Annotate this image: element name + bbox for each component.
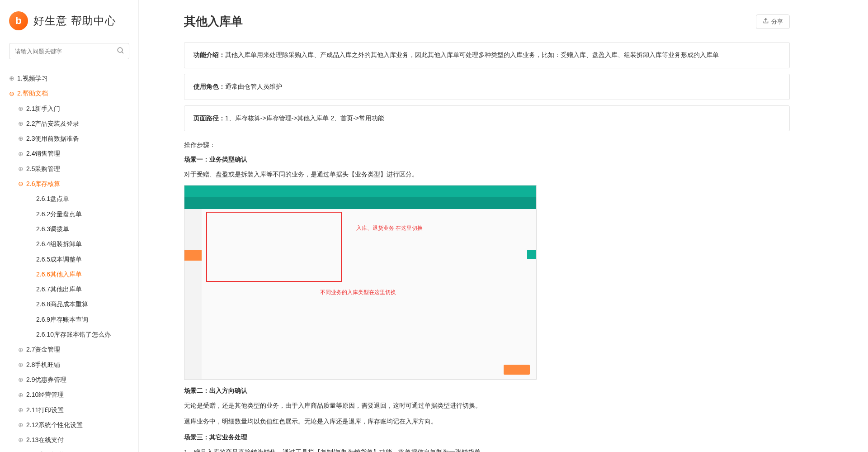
page-title: 其他入库单: [184, 14, 243, 29]
plus-icon: ⊕: [18, 418, 26, 432]
screenshot-annotation-2: 不同业务的入库类型在这里切换: [320, 289, 396, 296]
plus-icon: ⊕: [18, 357, 26, 372]
plus-icon: ⊕: [18, 343, 26, 357]
nav-item-2-7[interactable]: ⊕2.7资金管理: [9, 342, 129, 357]
nav-item-2-6[interactable]: ⊖2.6库存核算: [9, 176, 129, 191]
nav-item-docs[interactable]: ⊖2.帮助文档: [9, 86, 129, 100]
role-label: 使用角色：: [193, 83, 225, 90]
nav-item-2-6-4[interactable]: 2.6.4组装拆卸单: [9, 236, 129, 251]
nav-item-2-11[interactable]: ⊕2.11打印设置: [9, 402, 129, 417]
nav-item-2-12[interactable]: ⊕2.12系统个性化设置: [9, 417, 129, 432]
intro-box: 功能介绍：其他入库单用来处理除采购入库、产成品入库之外的其他入库业务，因此其他入…: [184, 42, 790, 68]
main-content: 其他入库单 分享 功能介绍：其他入库单用来处理除采购入库、产成品入库之外的其他入…: [139, 0, 817, 452]
plus-icon: ⊕: [18, 162, 26, 176]
plus-icon: ⊕: [18, 101, 26, 116]
nav-item-2-6-5[interactable]: 2.6.5成本调整单: [9, 252, 129, 266]
nav-item-2-6-1[interactable]: 2.6.1盘点单: [9, 191, 129, 206]
plus-icon: ⊕: [18, 388, 26, 402]
share-label: 分享: [771, 18, 783, 26]
nav-tree: ⊕1.视频学习 ⊖2.帮助文档 ⊕2.1新手入门 ⊕2.2产品安装及登录 ⊕2.…: [9, 71, 129, 452]
nav-item-2-6-2[interactable]: 2.6.2分量盘点单: [9, 206, 129, 221]
scene2-text1: 无论是受赠，还是其他类型的业务，由于入库商品质量等原因，需要退回，这时可通过单据…: [184, 400, 790, 412]
svg-line-1: [122, 52, 123, 53]
nav-item-2-2[interactable]: ⊕2.2产品安装及登录: [9, 116, 129, 131]
nav-item-2-4[interactable]: ⊕2.4销售管理: [9, 146, 129, 161]
nav-item-2-10[interactable]: ⊕2.10经营管理: [9, 387, 129, 402]
plus-icon: ⊕: [18, 131, 26, 146]
nav-item-2-13[interactable]: ⊕2.13在线支付: [9, 432, 129, 447]
role-box: 使用角色：通常由仓管人员维护: [184, 74, 790, 100]
nav-item-2-9[interactable]: ⊕2.9优惠券管理: [9, 372, 129, 387]
screenshot-image: 入库、退货业务 在这里切换 不同业务的入库类型在这里切换: [184, 185, 537, 380]
nav-item-2-14[interactable]: ⊕2.14常见问题: [9, 447, 129, 452]
nav-item-2-6-6[interactable]: 2.6.6其他入库单: [9, 266, 129, 281]
nav-item-2-1[interactable]: ⊕2.1新手入门: [9, 101, 129, 116]
plus-icon: ⊕: [18, 448, 26, 452]
nav-item-video[interactable]: ⊕1.视频学习: [9, 71, 129, 86]
brand-logo: b 好生意 帮助中心: [9, 11, 129, 30]
nav-item-2-6-3[interactable]: 2.6.3调拨单: [9, 221, 129, 236]
nav-item-2-8[interactable]: ⊕2.8手机旺铺: [9, 357, 129, 372]
minus-icon: ⊖: [9, 86, 17, 101]
plus-icon: ⊕: [18, 433, 26, 447]
search-box: [9, 43, 129, 59]
nav-item-2-6-9[interactable]: 2.6.9库存账本查询: [9, 312, 129, 327]
steps-label: 操作步骤：: [184, 141, 790, 149]
search-icon[interactable]: [117, 47, 125, 56]
path-text: 1、库存核算->库存管理->其他入库单 2、首页->常用功能: [225, 114, 384, 122]
minus-icon: ⊖: [18, 176, 26, 191]
brand-title: 好生意 帮助中心: [33, 14, 116, 28]
share-button[interactable]: 分享: [756, 14, 790, 29]
svg-point-0: [118, 48, 123, 52]
search-input[interactable]: [9, 43, 129, 59]
logo-icon: b: [9, 11, 28, 30]
scene3-title: 场景三：其它业务处理: [184, 433, 790, 442]
share-icon: [763, 18, 769, 25]
nav-item-2-3[interactable]: ⊕2.3使用前数据准备: [9, 131, 129, 146]
nav-item-2-6-8[interactable]: 2.6.8商品成本重算: [9, 296, 129, 311]
plus-icon: ⊕: [18, 116, 26, 131]
scene1-text: 对于受赠、盘盈或是拆装入库等不同的业务，是通过单据头【业务类型】进行区分。: [184, 168, 790, 181]
scene2-title: 场景二：出入方向确认: [184, 387, 790, 395]
plus-icon: ⊕: [18, 403, 26, 417]
scene2-text2: 退库业务中，明细数量均以负值红色展示。无论是入库还是退库，库存账均记在入库方向。: [184, 415, 790, 428]
screenshot-annotation-1: 入库、退货业务 在这里切换: [356, 224, 423, 232]
role-text: 通常由仓管人员维护: [225, 83, 282, 90]
sidebar: b 好生意 帮助中心 ⊕1.视频学习 ⊖2.帮助文档 ⊕2.1新手入门 ⊕2.2…: [0, 0, 139, 452]
nav-item-2-6-7[interactable]: 2.6.7其他出库单: [9, 281, 129, 296]
path-box: 页面路径：1、库存核算->库存管理->其他入库单 2、首页->常用功能: [184, 105, 790, 132]
nav-item-2-6-10[interactable]: 2.6.10库存账本错了怎么办: [9, 327, 129, 342]
path-label: 页面路径：: [193, 114, 225, 122]
scene1-title: 场景一：业务类型确认: [184, 156, 790, 164]
scene3-text1: 1、赠品入库的商品直接转为销售。通过工具栏【复制/复制为销货单】功能，将单据信息…: [184, 446, 790, 452]
plus-icon: ⊕: [9, 71, 17, 86]
plus-icon: ⊕: [18, 372, 26, 387]
intro-text: 其他入库单用来处理除采购入库、产成品入库之外的其他入库业务，因此其他入库单可处理…: [225, 51, 719, 58]
intro-label: 功能介绍：: [193, 51, 225, 58]
plus-icon: ⊕: [18, 147, 26, 161]
nav-item-2-5[interactable]: ⊕2.5采购管理: [9, 161, 129, 176]
